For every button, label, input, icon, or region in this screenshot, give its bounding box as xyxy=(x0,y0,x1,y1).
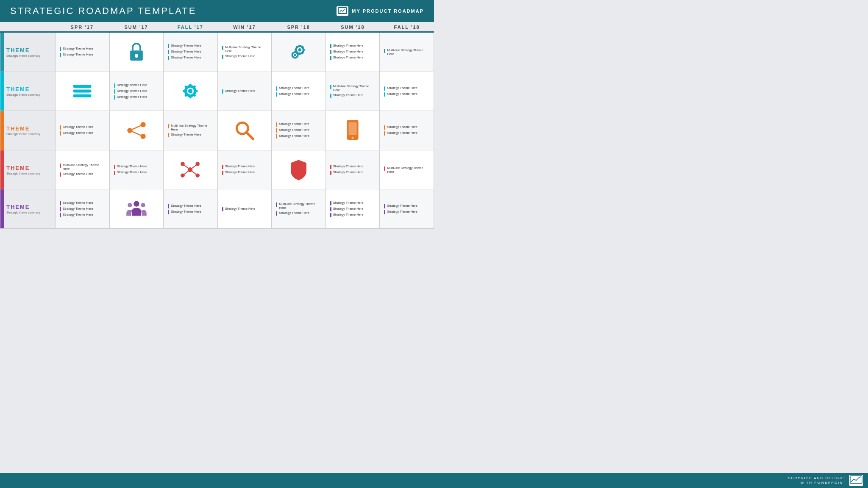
svg-rect-3 xyxy=(136,55,137,58)
list-item: Multi-line Strategy Theme Here xyxy=(384,48,429,56)
row-theme-1: Theme xyxy=(6,86,52,92)
header: Strategic Roadmap Template My Product Ro… xyxy=(0,0,434,22)
list-item: Strategy Theme Here xyxy=(114,164,159,169)
text-bar xyxy=(330,213,331,217)
text-bar xyxy=(384,92,385,97)
row-summary-0: Strategic theme summary xyxy=(6,54,52,57)
list-item: Strategy Theme Here xyxy=(222,207,267,211)
text-bar xyxy=(330,94,331,98)
col-header-3: WIN '17 xyxy=(217,25,272,30)
list-item: Strategy Theme Here xyxy=(60,125,105,130)
list-item: Strategy Theme Here xyxy=(60,172,105,177)
list-item: Multi-line Strategy Theme Here xyxy=(60,163,105,171)
text-bar xyxy=(60,213,61,217)
cell-r1-c0 xyxy=(56,72,110,111)
list-item: Multi-line Strategy Theme Here xyxy=(330,84,376,92)
svg-rect-24 xyxy=(73,94,92,97)
svg-line-52 xyxy=(183,169,190,175)
list-item: Multi-line Strategy Theme Here xyxy=(168,124,213,131)
text-bar xyxy=(60,53,61,57)
svg-rect-29 xyxy=(195,90,198,92)
list-item: Strategy Theme Here xyxy=(330,201,376,205)
list-item: Strategy Theme Here xyxy=(330,55,376,60)
list-item: Strategy Theme Here xyxy=(114,170,159,175)
text-bar xyxy=(330,50,331,54)
row-theme-0: Theme xyxy=(6,47,52,53)
text-bar xyxy=(60,164,61,168)
cell-r4-c6: Strategy Theme HereStrategy Theme Here xyxy=(380,189,434,229)
list-item: Strategy Theme Here xyxy=(60,131,105,136)
text-bar xyxy=(384,210,385,214)
text-bar xyxy=(276,86,277,91)
text-bar xyxy=(168,210,169,214)
cell-r1-c3: Strategy Theme Here xyxy=(218,72,272,111)
list-item: Strategy Theme Here xyxy=(384,86,429,91)
list-item: Strategy Theme Here xyxy=(114,95,159,100)
list-item: Strategy Theme Here xyxy=(222,164,267,169)
list-item: Strategy Theme Here xyxy=(276,92,321,97)
list-item: Strategy Theme Here xyxy=(330,170,376,175)
col-header-6: FALL '18 xyxy=(380,25,434,30)
row-summary-4: Strategic theme summary xyxy=(6,211,52,214)
list-item: Multi-line Strategy Theme Here xyxy=(384,166,429,174)
svg-point-26 xyxy=(188,89,192,93)
row-label-1: Theme Strategic theme summary xyxy=(0,72,56,111)
cell-r3-c0: Multi-line Strategy Theme HereStrategy T… xyxy=(56,150,110,190)
main-content: SPR '17SUM '17FALL '17WIN '17SPR '18SUM … xyxy=(0,22,434,229)
list-item: Strategy Theme Here xyxy=(168,210,213,214)
text-bar xyxy=(114,171,115,175)
text-bar xyxy=(222,171,223,175)
brand-text: My Product Roadmap xyxy=(352,8,424,14)
text-bar xyxy=(222,89,223,94)
cell-r4-c3: Strategy Theme Here xyxy=(218,189,272,229)
text-bar xyxy=(330,44,331,48)
text-bar xyxy=(168,56,169,60)
text-bar xyxy=(114,165,115,169)
cell-r3-c2 xyxy=(164,150,218,190)
list-item: Strategy Theme Here xyxy=(276,211,321,216)
list-item: Strategy Theme Here xyxy=(168,50,213,54)
list-item: Strategy Theme Here xyxy=(276,122,321,127)
cell-r3-c5: Strategy Theme HereStrategy Theme Here xyxy=(326,150,380,190)
header-brand: My Product Roadmap xyxy=(337,6,424,16)
list-item: Strategy Theme Here xyxy=(276,128,321,133)
cell-r3-c3: Strategy Theme HereStrategy Theme Here xyxy=(218,150,272,190)
text-bar xyxy=(168,124,169,128)
column-headers: SPR '17SUM '17FALL '17WIN '17SPR '18SUM … xyxy=(0,22,434,33)
header-title: Strategic Roadmap Template xyxy=(10,6,196,17)
brand-icon xyxy=(337,6,348,16)
svg-rect-8 xyxy=(302,49,304,50)
col-header-2: FALL '17 xyxy=(163,25,217,30)
col-header-1: SUM '17 xyxy=(109,25,164,30)
svg-line-39 xyxy=(130,130,143,136)
svg-line-41 xyxy=(246,132,253,139)
text-bar xyxy=(276,211,277,216)
cell-r3-c1: Strategy Theme HereStrategy Theme Here xyxy=(110,150,164,190)
svg-line-50 xyxy=(183,164,190,170)
cell-r4-c0: Strategy Theme HereStrategy Theme HereSt… xyxy=(56,189,110,229)
list-item: Strategy Theme Here xyxy=(60,201,105,205)
svg-point-54 xyxy=(134,201,139,207)
svg-rect-10 xyxy=(299,53,300,55)
row-summary-3: Strategic theme summary xyxy=(6,172,52,175)
list-item: Strategy Theme Here xyxy=(384,92,429,97)
list-item: Strategy Theme Here xyxy=(60,53,105,57)
list-item: Strategy Theme Here xyxy=(168,55,213,60)
cell-r0-c2: Strategy Theme HereStrategy Theme HereSt… xyxy=(164,33,218,72)
text-bar xyxy=(60,201,61,205)
text-bar xyxy=(114,89,115,94)
list-item: Strategy Theme Here xyxy=(114,83,159,88)
text-bar xyxy=(114,83,115,88)
text-bar xyxy=(114,95,115,100)
cell-r0-c0: Strategy Theme HereStrategy Theme Here xyxy=(56,33,110,72)
list-item: Strategy Theme Here xyxy=(222,54,267,59)
row-label-2: Theme Strategic theme summary xyxy=(0,111,56,150)
cell-r4-c2: Strategy Theme HereStrategy Theme Here xyxy=(164,189,218,229)
svg-rect-31 xyxy=(189,96,192,99)
cell-r2-c4: Strategy Theme HereStrategy Theme HereSt… xyxy=(272,111,326,150)
cell-r0-c3: Multi-line Strategy Theme HereStrategy T… xyxy=(218,33,272,72)
svg-point-15 xyxy=(294,54,296,56)
list-item: Strategy Theme Here xyxy=(168,133,213,137)
col-header-0: SPR '17 xyxy=(55,25,109,30)
svg-line-53 xyxy=(190,169,198,175)
